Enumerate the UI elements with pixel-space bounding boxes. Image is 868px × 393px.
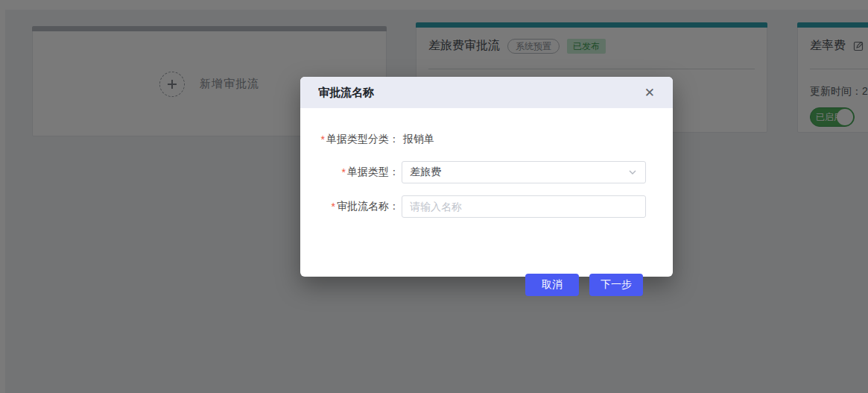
dialog-title: 审批流名称 [318, 86, 374, 100]
category-label: * 单据类型分类： [300, 133, 399, 146]
document-type-label: * 单据类型： [300, 166, 399, 179]
flow-name-label: * 审批流名称： [300, 200, 399, 213]
flow-name-input[interactable] [402, 195, 646, 218]
document-type-value: 差旅费 [410, 166, 441, 179]
close-icon[interactable]: ✕ [642, 84, 658, 102]
required-mark: * [332, 201, 335, 213]
category-row: * 单据类型分类： 报销单 [300, 132, 434, 147]
cancel-button[interactable]: 取消 [525, 274, 579, 296]
chevron-down-icon [627, 167, 638, 177]
required-mark: * [342, 166, 346, 178]
approval-flow-name-dialog: 审批流名称 ✕ * 单据类型分类： 报销单 * 单据类型： 差旅费 [300, 77, 673, 277]
flow-name-row: * 审批流名称： [300, 195, 646, 218]
category-value: 报销单 [403, 133, 434, 146]
next-step-button[interactable]: 下一步 [589, 274, 643, 296]
document-type-row: * 单据类型： 差旅费 [300, 161, 646, 183]
document-type-select[interactable]: 差旅费 [402, 161, 646, 183]
approval-flow-page: 新增审批流 差旅费审批流 系统预置 已发布 审批流：开始-老板-会计-结束 差率… [0, 0, 868, 393]
required-mark: * [321, 133, 325, 145]
dialog-footer: 取消 下一步 [300, 274, 643, 296]
dialog-header: 审批流名称 ✕ [300, 77, 673, 108]
